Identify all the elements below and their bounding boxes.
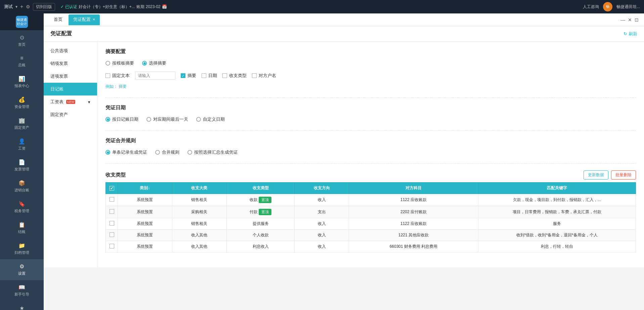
radio-choose-summary[interactable]: 选择摘要 (142, 60, 166, 66)
radio-custom-date[interactable]: 自定义日期 (196, 116, 225, 122)
radio-period-last-day[interactable]: 对应期间最后一天 (146, 116, 188, 122)
menu-item-payroll[interactable]: 工资表 NEW ▾ (44, 95, 97, 108)
left-menu: 公共选项 销项发票 进项发票 日记账 工资表 NEW (44, 42, 97, 267)
tab-voucher-config[interactable]: 凭证配置 × (69, 14, 100, 25)
cell-type-2: 付款 置顶 (226, 206, 295, 218)
sidebar-label-settings: 设置 (18, 271, 26, 276)
radio-summary-generate[interactable]: 按照选择汇总生成凭证 (187, 149, 238, 155)
divider-2 (105, 130, 636, 131)
sidebar-item-assets[interactable]: 🏢 固定资产 (0, 113, 44, 134)
radio-single-record[interactable]: 单条记录生成凭证 (105, 149, 147, 155)
avatar[interactable]: 畅 (603, 2, 612, 11)
sidebar-item-funds[interactable]: 💰 资金管理 (0, 92, 44, 113)
sidebar-item-guide[interactable]: 📖 新手引导 (0, 280, 44, 301)
window-minimize-btn[interactable]: — (620, 17, 625, 23)
tab-home[interactable]: 首页 (49, 14, 67, 25)
switch-old-version-btn[interactable]: 切到旧版 (33, 3, 55, 11)
sidebar-item-purchase-sales[interactable]: 📦 进销台账 (0, 176, 44, 197)
window-close-btn[interactable]: ✕ (628, 17, 632, 23)
sidebar-item-settings[interactable]: ⚙ 设置 (0, 259, 44, 280)
row-checkbox-1[interactable] (110, 197, 114, 202)
update-data-btn[interactable]: 更新数据 (584, 170, 608, 180)
sidebar-item-ledger[interactable]: ≡ 总账 (0, 51, 44, 72)
sidebar-label-ledger: 总账 (18, 63, 26, 68)
invoice-icon: 📄 (18, 159, 25, 165)
summary-config-section: 摘要配置 按模板摘要 选择摘要 (105, 48, 636, 89)
add-workspace-btn[interactable]: + (20, 4, 23, 10)
tab-bar: 首页 凭证配置 × — ✕ ⊡ (44, 13, 644, 26)
right-content: 摘要配置 按模板摘要 选择摘要 (97, 42, 644, 267)
expand-icon: ▾ (88, 100, 90, 105)
refresh-btn[interactable]: ↻ 刷新 (624, 31, 637, 37)
sidebar-item-invoice[interactable]: 📄 发票管理 (0, 155, 44, 176)
workspace-dropdown-icon[interactable]: ▾ (15, 4, 17, 9)
pin-top-btn-2[interactable]: 置顶 (259, 209, 271, 215)
ledger-icon: ≡ (20, 55, 23, 61)
tab-close-icon[interactable]: × (93, 17, 95, 22)
vip-icon: ★ (19, 305, 24, 310)
pin-top-btn-1[interactable]: 置顶 (259, 197, 271, 203)
top-right-area: 人工咨询 畅 畅捷通田坦... (583, 2, 640, 11)
sidebar-item-reports[interactable]: 📊 报表中心 (0, 72, 44, 92)
sidebar-item-vip[interactable]: ★ 畅会员 (0, 301, 44, 310)
sidebar: 畅捷通好会计 ⊙ 首页 ≡ 总账 📊 报表中心 💰 资金管理 🏢 固定资产 👤 … (0, 13, 44, 310)
menu-item-fixed-assets[interactable]: 固定资产 (44, 108, 97, 121)
row-checkbox-3[interactable] (110, 221, 114, 226)
sidebar-item-home[interactable]: ⊙ 首页 (0, 30, 44, 51)
checkbox-date[interactable]: 日期 (202, 73, 217, 79)
menu-item-journal[interactable]: 日记账 (44, 83, 97, 95)
app-logo: 畅捷通好会计 (16, 16, 28, 28)
checkbox-income-type[interactable]: 收支类型 (222, 73, 247, 79)
merge-rules-title: 凭证合并规则 (105, 138, 636, 144)
page-content: 凭证配置 ↻ 刷新 公共选项 销项发票 进项发票 (44, 26, 644, 310)
period-value: 2023-02 (146, 4, 161, 9)
table-row: 系统预置 收入其他 利息收入 收入 660301 财务费用 利息费用 利息，行转… (106, 241, 636, 253)
radio-template-summary[interactable]: 按模板摘要 (105, 60, 134, 66)
checkbox-fixed-text[interactable]: 固定文本 (105, 73, 130, 79)
sidebar-item-tax[interactable]: 🔖 税务管理 (0, 197, 44, 218)
fixed-text-input[interactable] (135, 72, 175, 80)
table-row: 系统预置 销售相关 收款 置顶 收入 1122 应收账款 欠款，现金，项目款，到… (106, 194, 636, 206)
guide-icon: 📖 (18, 284, 25, 290)
checkbox-summary[interactable]: ✓ 摘要 (181, 73, 196, 79)
checkbox-counterpart-name[interactable]: 对方户名 (252, 73, 276, 79)
customer-service-btn[interactable]: 人工咨询 (583, 4, 599, 10)
menu-item-public[interactable]: 公共选项 (44, 44, 97, 57)
voucher-date-radio-group: 按日记账日期 对应期间最后一天 自定义日期 (105, 116, 636, 122)
menu-item-purchase-invoice[interactable]: 进项发票 (44, 70, 97, 83)
row-checkbox-5[interactable] (110, 244, 114, 248)
calendar-icon[interactable]: 📅 (162, 4, 167, 9)
sidebar-item-salary[interactable]: 👤 工资 (0, 134, 44, 155)
radio-circle-custom-date (196, 117, 201, 122)
sidebar-item-archive[interactable]: 📁 归档管理 (0, 238, 44, 259)
archive-icon: 📁 (18, 242, 25, 249)
radio-circle-template (105, 61, 110, 66)
radio-journal-date[interactable]: 按日记账日期 (105, 116, 138, 122)
cell-main-type-2: 采购相关 (172, 206, 226, 218)
close-account-icon: 📋 (18, 222, 25, 228)
window-expand-btn[interactable]: ⊡ (635, 17, 639, 23)
username-label: 畅捷通田坦... (616, 4, 640, 10)
divider-1 (105, 98, 636, 98)
summary-checkbox-row: 固定文本 ✓ 摘要 日期 (105, 72, 636, 80)
sidebar-item-close-account[interactable]: 📋 结账 (0, 218, 44, 238)
radio-merge-rules[interactable]: 合并规则 (155, 149, 179, 155)
settings-icon[interactable]: ⚙ (26, 4, 30, 9)
assets-icon: 🏢 (18, 117, 25, 124)
sidebar-label-tax: 税务管理 (14, 208, 29, 214)
table-row: 系统预置 采购相关 付款 置顶 支出 2202 应付账款 项目，日常费用，报销款… (106, 206, 636, 218)
summary-checkbox: ✓ (181, 73, 185, 78)
menu-item-sales-invoice[interactable]: 销项发票 (44, 57, 97, 70)
batch-delete-btn[interactable]: 批量删除 (611, 170, 636, 180)
settings-sidebar-icon: ⚙ (19, 263, 24, 270)
product-tags: 好会计（专）+好生意（标）+... (79, 4, 135, 10)
cell-subject-3: 1122 应收账款 (349, 218, 478, 230)
cell-subject-1: 1122 应收账款 (349, 194, 478, 206)
header-checkbox[interactable]: ✓ (110, 186, 114, 191)
th-checkbox[interactable]: ✓ (106, 183, 118, 194)
row-checkbox-4[interactable] (110, 232, 114, 237)
cell-type-1: 收款 置顶 (226, 194, 295, 206)
cell-direction-2: 支出 (295, 206, 349, 218)
row-checkbox-2[interactable] (110, 209, 114, 214)
logo-area: 畅捷通好会计 (0, 13, 44, 30)
